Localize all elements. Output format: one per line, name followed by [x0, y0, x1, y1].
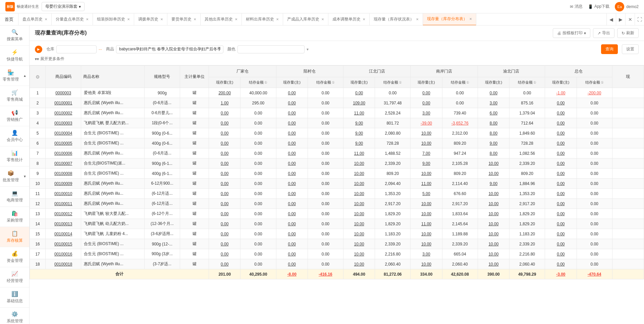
cell-fj-qty[interactable]: 0.00	[209, 249, 240, 259]
cell-fj-qty[interactable]: 0.00	[209, 169, 240, 179]
cell-mc-qty[interactable]: 0.00	[276, 209, 308, 219]
cell-code[interactable]: 00100016	[46, 249, 81, 259]
cell-total-qty[interactable]: 0.00	[545, 209, 577, 219]
tab-close-all-btn[interactable]: ✕	[625, 13, 635, 26]
warehouse-input[interactable]	[56, 45, 97, 53]
cell-yb-qty[interactable]: 10.00	[478, 209, 509, 219]
cell-mc-qty[interactable]: 0.00	[276, 108, 308, 118]
cell-code[interactable]: 00100012	[46, 209, 81, 219]
cell-total-qty[interactable]: 0.00	[545, 239, 577, 249]
tab-prev-btn[interactable]: ◀	[606, 13, 616, 26]
cell-na-qty[interactable]: 11.00	[411, 219, 442, 229]
cell-jb-qty[interactable]: 0.00	[343, 88, 375, 98]
sidebar-item-quicknav[interactable]: ⚡ 快捷导航	[0, 46, 29, 66]
settings-button[interactable]: 设置	[622, 44, 639, 54]
cell-code[interactable]: 00100014	[46, 229, 81, 239]
cell-fj-qty[interactable]: 0.00	[209, 158, 240, 169]
cell-yb-qty[interactable]: 10.00	[478, 249, 509, 259]
cell-jb-qty[interactable]: 10.00	[343, 179, 375, 189]
tab-item-t9[interactable]: 成本调整单历史 ✕	[328, 13, 370, 26]
cell-yb-qty[interactable]: 3.00	[478, 98, 509, 108]
store-select[interactable]: 母婴行业演示陈套 ▾	[42, 2, 85, 11]
tab-home[interactable]: 首页	[0, 13, 18, 26]
filter-expand-icon[interactable]: ▶	[35, 46, 42, 53]
cell-jb-qty[interactable]: 11.00	[343, 108, 375, 118]
cell-yb-qty[interactable]: 10.00	[478, 229, 509, 239]
cell-fj-qty[interactable]: 0.00	[209, 189, 240, 199]
cell-yb-qty[interactable]: 10.00	[478, 259, 509, 269]
table-container[interactable]: ⚙ 商品编码 商品名称 规格型号 主计量单位 厂家仓 陌村仓 江北门店 南岸门店…	[30, 65, 644, 324]
cell-jb-qty[interactable]: 9.00	[343, 128, 375, 138]
cell-na-qty[interactable]: 0.00	[411, 88, 442, 98]
cell-code[interactable]: 00100007	[46, 158, 81, 169]
cell-yb-qty[interactable]: 8.00	[478, 148, 509, 158]
tab-close-t2[interactable]: ✕	[86, 17, 89, 21]
cell-total-qty[interactable]: 0.00	[545, 128, 577, 138]
tab-item-t3[interactable]: 组装拆卸单历史 ✕	[93, 13, 134, 26]
cell-mc-qty[interactable]: 0.00	[276, 179, 308, 189]
cell-code[interactable]: 00100006	[46, 148, 81, 158]
cell-na-qty[interactable]: -39.00	[411, 118, 442, 128]
sidebar-item-purchase[interactable]: 🛍️ 采购管理	[0, 207, 29, 227]
cell-total-qty[interactable]: -1.00	[545, 88, 577, 98]
cell-mc-qty[interactable]: 0.00	[276, 229, 308, 239]
cell-total-qty[interactable]: 0.00	[545, 229, 577, 239]
cell-code[interactable]: 00100018	[46, 259, 81, 269]
cell-jb-qty[interactable]: 10.00	[343, 239, 375, 249]
cell-yb-qty[interactable]: 6.00	[478, 108, 509, 118]
tab-close-t10[interactable]: ✕	[416, 17, 419, 21]
sidebar-item-retail-store[interactable]: 🛒 零售商城	[0, 86, 29, 106]
cell-na-qty[interactable]: 10.00	[411, 209, 442, 219]
cell-na-qty[interactable]: 5.00	[411, 189, 442, 199]
cell-fj-qty[interactable]: 0.00	[209, 199, 240, 209]
cell-jb-qty[interactable]: 10.00	[343, 259, 375, 269]
tab-item-t7[interactable]: 材料出库单历史 ✕	[242, 13, 283, 26]
cell-yb-qty[interactable]: 8.00	[478, 118, 509, 128]
cell-na-qty[interactable]: 9.00	[411, 158, 442, 169]
cell-jb-qty[interactable]: 10.00	[343, 199, 375, 209]
info-icon5[interactable]: ①	[533, 81, 536, 84]
cell-na-qty[interactable]: 3.00	[411, 108, 442, 118]
cell-total-qty[interactable]: 0.00	[545, 179, 577, 189]
cell-fj-qty[interactable]: 0.00	[209, 138, 240, 148]
sidebar-item-operations[interactable]: 📈 经营管理	[0, 267, 29, 287]
info-icon2[interactable]: ①	[332, 81, 335, 84]
cell-yb-qty[interactable]: 10.00	[478, 158, 509, 169]
cell-fj-qty[interactable]: 0.00	[209, 229, 240, 239]
cell-jb-qty[interactable]: 9.00	[343, 118, 375, 128]
user-area[interactable]: Ea demo2	[615, 2, 639, 11]
cell-code[interactable]: 00100013	[46, 219, 81, 229]
tab-close-t5[interactable]: ✕	[194, 17, 196, 21]
tab-item-t10[interactable]: 现存量（库存状况表） ✕	[370, 13, 423, 26]
cell-total-qty[interactable]: 0.00	[545, 259, 577, 269]
info-icon[interactable]: ①	[264, 81, 267, 84]
search-button[interactable]: 查询	[601, 44, 618, 54]
tab-item-t2[interactable]: 分量盘点单历史 ✕	[52, 13, 93, 26]
cell-na-qty[interactable]: 10.00	[411, 128, 442, 138]
cell-na-qty[interactable]: 11.00	[411, 179, 442, 189]
tab-close-t3[interactable]: ✕	[127, 17, 130, 21]
tab-close-t11[interactable]: ✕	[469, 17, 472, 21]
cell-yb-qty[interactable]: 9.00	[478, 179, 509, 189]
tab-close-t9[interactable]: ✕	[363, 17, 365, 21]
cell-code[interactable]: 00100003	[46, 118, 81, 128]
cell-code[interactable]: 00100015	[46, 239, 81, 249]
sidebar-item-marketing[interactable]: 📢 营销推广	[0, 106, 29, 126]
col-header-settings[interactable]: ⚙	[30, 66, 46, 88]
cell-jb-qty[interactable]: 10.00	[343, 169, 375, 179]
cell-jb-qty[interactable]: 10.00	[343, 158, 375, 169]
filter-expand-btn[interactable]: ▾▾ 展开更多条件	[35, 56, 639, 62]
sidebar-item-basics[interactable]: ℹ️ 基础信息	[0, 287, 29, 308]
sidebar-item-retail-stats[interactable]: 📊 零售统计	[0, 146, 29, 167]
sidebar-item-ecommerce[interactable]: 💻 电商管理	[0, 187, 29, 207]
cell-jb-qty[interactable]: 10.00	[343, 189, 375, 199]
cell-na-qty[interactable]: 3.00	[411, 249, 442, 259]
info-icon3[interactable]: ①	[399, 81, 402, 84]
cell-yb-qty[interactable]: 10.00	[478, 199, 509, 209]
tab-item-t4[interactable]: 调拨单历史 ✕	[134, 13, 167, 26]
color-input[interactable]	[237, 45, 305, 53]
sidebar-item-search[interactable]: 🔍 搜索英单	[0, 26, 29, 46]
tab-item-t8[interactable]: 产成品入库单历史 ✕	[283, 13, 328, 26]
cell-mc-qty[interactable]: 0.00	[276, 249, 308, 259]
sidebar-item-member-center[interactable]: 👤 会员中心	[0, 126, 29, 146]
